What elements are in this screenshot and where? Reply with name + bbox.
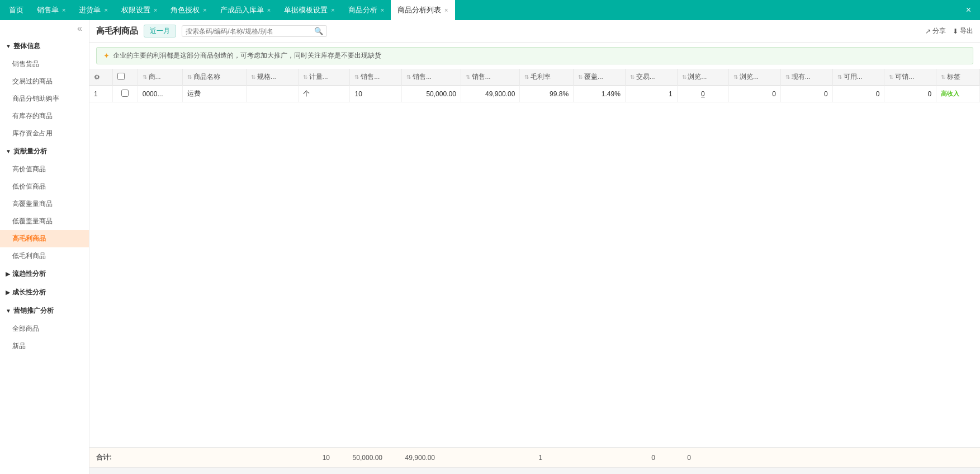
export-icon: ⬇: [953, 27, 958, 35]
col-header-sales_cost[interactable]: ⇅ 销售...: [461, 69, 520, 86]
nav-tab-权限设置[interactable]: 权限设置 ×: [115, 0, 164, 20]
sidebar-group-2[interactable]: ▶流趋性分析: [0, 265, 89, 283]
sidebar-item-0-2[interactable]: 商品分销助购率: [0, 90, 89, 107]
col-header-name[interactable]: ⇅ 商品名称: [183, 69, 247, 86]
col-header-unit[interactable]: ⇅ 计量...: [298, 69, 350, 86]
cell-current_stock: 0: [781, 86, 833, 102]
col-header-seq[interactable]: ⚙: [89, 69, 112, 86]
col-header-sales_amount[interactable]: ⇅ 销售...: [402, 69, 461, 86]
tab-close-icon[interactable]: ×: [444, 7, 448, 13]
sort-icon: ⇅: [303, 74, 309, 80]
sidebar-group-4[interactable]: ▼营销推广分析: [0, 302, 89, 320]
sidebar-item-1-1[interactable]: 低价值商品: [0, 178, 89, 195]
col-header-coverage[interactable]: ⇅ 覆盖...: [574, 69, 626, 86]
bottom-scrollbar[interactable]: [89, 467, 980, 474]
sidebar-collapse-button[interactable]: «: [74, 22, 86, 35]
sidebar-item-4-0[interactable]: 全部商品: [0, 320, 89, 337]
table-row: 10000...运费个1050,000.0049,900.0099.8%1.49…: [89, 86, 980, 102]
col-header-spec[interactable]: ⇅ 规格...: [247, 69, 299, 86]
sidebar-group-arrow-icon: ▶: [6, 289, 10, 295]
col-header-salable[interactable]: ⇅ 可销...: [884, 69, 936, 86]
col-header-trade[interactable]: ⇅ 交易...: [625, 69, 677, 86]
footer-cell: [259, 454, 299, 462]
sidebar-item-1-5[interactable]: 低毛利商品: [0, 247, 89, 265]
sidebar-item-1-0[interactable]: 高价值商品: [0, 161, 89, 178]
col-header-view2[interactable]: ⇅ 浏览...: [729, 69, 781, 86]
info-icon: ✦: [103, 51, 110, 60]
sort-icon: ⇅: [941, 74, 947, 80]
sidebar-item-1-3[interactable]: 低覆盖量商品: [0, 213, 89, 230]
tab-close-icon[interactable]: ×: [331, 7, 334, 13]
footer-cell: [442, 454, 475, 462]
sort-icon: ⇅: [889, 74, 895, 80]
row-checkbox[interactable]: [121, 90, 129, 97]
footer-cell: 10: [301, 454, 334, 462]
nav-tab-商品分析[interactable]: 商品分析 ×: [342, 0, 391, 20]
tab-close-icon[interactable]: ×: [104, 7, 107, 13]
footer-cell: 49,900.00: [389, 454, 439, 462]
table-container[interactable]: ⚙⇅ 商...⇅ 商品名称⇅ 规格...⇅ 计量...⇅ 销售...⇅ 销售..…: [89, 69, 980, 447]
main-layout: « ▼整体信息销售货品交易过的商品商品分销助购率有库存的商品库存资金占用▼贡献量…: [0, 20, 980, 474]
share-button[interactable]: ↗ 分享: [925, 26, 946, 36]
search-icon: 🔍: [314, 27, 323, 35]
sort-icon: ⇅: [630, 74, 636, 80]
nav-tab-进货单[interactable]: 进货单 ×: [72, 0, 114, 20]
sidebar-group-0[interactable]: ▼整体信息: [0, 37, 89, 55]
col-header-gross_rate[interactable]: ⇅ 毛利率: [520, 69, 574, 86]
sort-icon: ⇅: [733, 74, 740, 80]
sidebar-item-0-1[interactable]: 交易过的商品: [0, 73, 89, 90]
col-header-code[interactable]: ⇅ 商...: [138, 69, 183, 86]
sidebar-group-1[interactable]: ▼贡献量分析: [0, 142, 89, 161]
settings-icon[interactable]: ⚙: [94, 73, 100, 81]
sidebar-item-0-3[interactable]: 有库存的商品: [0, 107, 89, 125]
content-area: 高毛利商品 近一月 🔍 ↗ 分享 ⬇ 导出 ✦ 企业的主要的利润都是这部分商品创…: [89, 20, 980, 474]
filter-recent-month-button[interactable]: 近一月: [144, 25, 176, 37]
export-button[interactable]: ⬇ 导出: [953, 26, 973, 36]
nav-tab-销售单[interactable]: 销售单 ×: [30, 0, 72, 20]
tab-close-icon[interactable]: ×: [203, 7, 206, 13]
header-actions: ↗ 分享 ⬇ 导出: [925, 26, 973, 36]
sidebar-item-0-0[interactable]: 销售货品: [0, 55, 89, 73]
footer-cells: 1050,000.0049,900.00100: [123, 454, 973, 462]
tab-close-icon[interactable]: ×: [267, 7, 271, 13]
nav-tab-角色授权[interactable]: 角色授权 ×: [164, 0, 213, 20]
col-header-current_stock[interactable]: ⇅ 现有...: [781, 69, 833, 86]
sort-icon: ⇅: [785, 74, 792, 80]
select-all-checkbox[interactable]: [117, 73, 125, 80]
sidebar-item-0-4[interactable]: 库存资金占用: [0, 125, 89, 142]
window-close-button[interactable]: ×: [959, 5, 978, 15]
footer-cell: [585, 454, 618, 462]
sort-icon: ⇅: [354, 74, 361, 80]
col-header-view1[interactable]: ⇅ 浏览...: [677, 69, 729, 86]
sidebar-item-1-4[interactable]: 高毛利商品: [0, 230, 89, 247]
search-box: 🔍: [182, 25, 327, 37]
sidebar-group-3[interactable]: ▶成长性分析: [0, 283, 89, 302]
col-header-sales_qty[interactable]: ⇅ 销售...: [350, 69, 402, 86]
col-header-tag[interactable]: ⇅ 标签: [936, 69, 980, 86]
cell-view2: 0: [729, 86, 781, 102]
col-header-checkbox[interactable]: [112, 69, 138, 86]
sidebar-group-arrow-icon: ▼: [6, 148, 11, 154]
nav-tab-产成品入库单[interactable]: 产成品入库单 ×: [214, 0, 277, 20]
nav-tab-单据模板设置[interactable]: 单据模板设置 ×: [277, 0, 341, 20]
nav-tab-商品分析列表[interactable]: 商品分析列表 ×: [391, 0, 455, 20]
cell-coverage: 1.49%: [574, 86, 626, 102]
cell-sales_amount: 50,000.00: [402, 86, 461, 102]
col-header-usable[interactable]: ⇅ 可用...: [832, 69, 884, 86]
sort-icon: ⇅: [837, 74, 844, 80]
tab-close-icon[interactable]: ×: [381, 7, 384, 13]
sidebar-item-1-2[interactable]: 高覆盖量商品: [0, 195, 89, 213]
tab-close-icon[interactable]: ×: [62, 7, 65, 13]
sort-icon: ⇅: [578, 74, 584, 80]
sidebar-item-4-1[interactable]: 新品: [0, 337, 89, 355]
sidebar-group-arrow-icon: ▼: [6, 43, 11, 49]
search-input[interactable]: [186, 27, 312, 35]
tab-close-icon[interactable]: ×: [154, 7, 157, 13]
cell-view1[interactable]: 0: [677, 86, 729, 102]
footer-cell: 0: [662, 454, 695, 462]
nav-tab-首页[interactable]: 首页: [2, 0, 30, 20]
cell-salable: 0: [884, 86, 936, 102]
footer-cell: [142, 454, 152, 462]
footer-cell: [154, 454, 188, 462]
cell-unit: 个: [298, 86, 350, 102]
